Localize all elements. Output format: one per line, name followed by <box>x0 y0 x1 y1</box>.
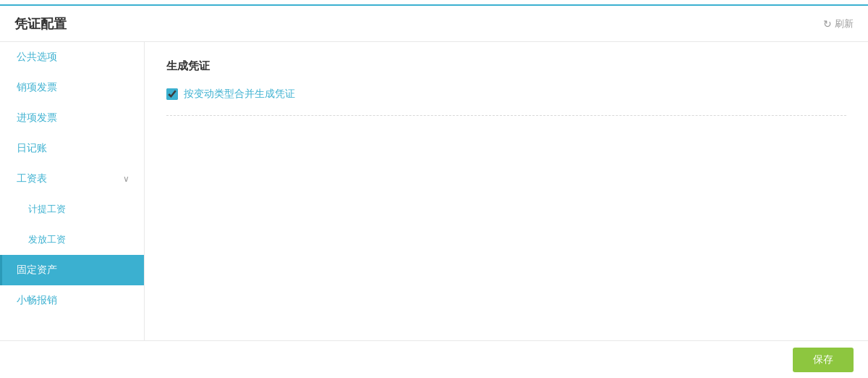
sidebar-item-label-payroll-accrual: 计提工资 <box>28 203 66 216</box>
sidebar-item-purchase-invoice[interactable]: 进项发票 <box>0 103 144 133</box>
refresh-label: 刷新 <box>835 17 854 30</box>
sidebar-item-payroll-release[interactable]: 发放工资 <box>0 224 144 255</box>
save-button[interactable]: 保存 <box>793 348 854 372</box>
sidebar-item-fixed-assets[interactable]: 固定资产 <box>0 255 144 285</box>
page-title: 凭证配置 <box>14 15 67 33</box>
merge-by-type-label[interactable]: 按变动类型合并生成凭证 <box>184 88 295 101</box>
sidebar-item-public-options[interactable]: 公共选项 <box>0 42 144 72</box>
sidebar-item-expense-reimbursement[interactable]: 小畅报销 <box>0 285 144 316</box>
sidebar-item-label-expense-reimbursement: 小畅报销 <box>17 294 57 307</box>
section-title: 生成凭证 <box>166 59 846 73</box>
merge-by-type-checkbox[interactable] <box>166 88 178 100</box>
sidebar-item-label-payroll-table: 工资表 <box>17 172 47 185</box>
refresh-button[interactable]: ↻ 刷新 <box>823 17 854 30</box>
page-footer: 保存 <box>0 340 868 378</box>
sidebar-item-sales-invoice[interactable]: 销项发票 <box>0 72 144 103</box>
sidebar-item-payroll-table[interactable]: 工资表∨ <box>0 164 144 194</box>
main-content: 公共选项销项发票进项发票日记账工资表∨计提工资发放工资固定资产小畅报销 生成凭证… <box>0 42 868 340</box>
chevron-down-icon: ∨ <box>123 174 129 184</box>
sidebar-item-label-payroll-release: 发放工资 <box>28 233 66 246</box>
sidebar-item-label-sales-invoice: 销项发票 <box>17 81 57 94</box>
sidebar-item-payroll-accrual[interactable]: 计提工资 <box>0 194 144 224</box>
top-tab-bar <box>0 0 868 6</box>
page-header: 凭证配置 ↻ 刷新 <box>0 6 868 42</box>
sidebar-item-label-purchase-invoice: 进项发票 <box>17 112 57 125</box>
sidebar-item-label-journal: 日记账 <box>17 142 47 155</box>
content-area: 生成凭证 按变动类型合并生成凭证 <box>145 42 868 340</box>
section-divider <box>166 115 846 116</box>
sidebar-item-journal[interactable]: 日记账 <box>0 133 144 164</box>
page-wrapper: 凭证配置 ↻ 刷新 公共选项销项发票进项发票日记账工资表∨计提工资发放工资固定资… <box>0 0 868 378</box>
checkbox-row: 按变动类型合并生成凭证 <box>166 88 846 101</box>
sidebar: 公共选项销项发票进项发票日记账工资表∨计提工资发放工资固定资产小畅报销 <box>0 42 145 340</box>
sidebar-item-label-fixed-assets: 固定资产 <box>17 264 57 277</box>
refresh-icon: ↻ <box>823 18 832 30</box>
sidebar-item-label-public-options: 公共选项 <box>17 51 57 64</box>
